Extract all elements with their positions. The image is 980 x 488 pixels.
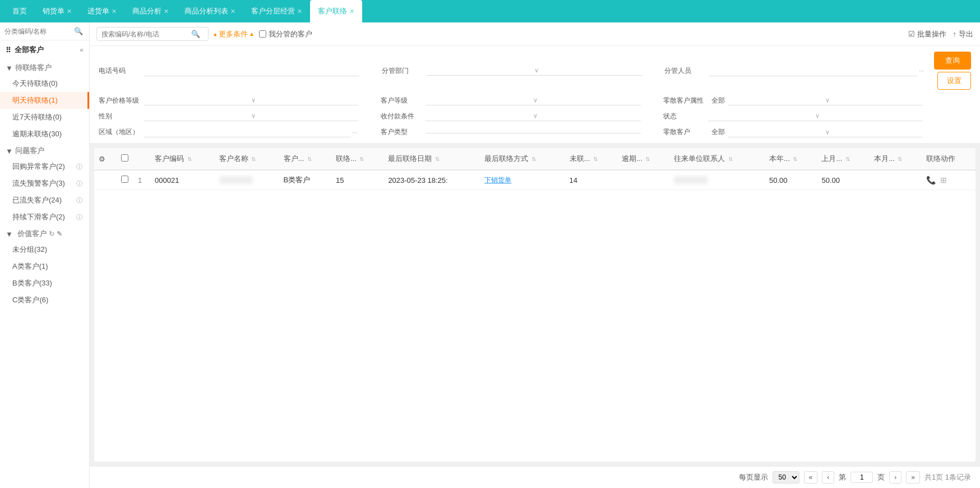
grid-action-icon[interactable]: ⊞	[940, 176, 947, 185]
nav-customer-contact[interactable]: 客户联络 ✕	[310, 0, 362, 22]
this-year-col-header[interactable]: 本年... ⇅	[765, 148, 817, 170]
nav-close-purchase[interactable]: ✕	[112, 8, 117, 15]
retail-customer-select[interactable]: ∨	[728, 127, 923, 137]
sidebar-item-7days[interactable]: 近7天待联络(0)	[0, 109, 89, 126]
export-button[interactable]: ↑ 导出	[953, 29, 974, 39]
dept-select[interactable]: ∨	[427, 66, 642, 76]
phone-action-icon[interactable]: 📞	[926, 176, 936, 185]
last-month-col-header[interactable]: 上月... ⇅	[817, 148, 869, 170]
row-checkbox[interactable]	[117, 170, 133, 190]
more-filter-button[interactable]: ⬥ 更多条件 ▲	[213, 29, 255, 39]
nav-close-contact[interactable]: ✕	[349, 8, 354, 15]
filter-icon: ⬥	[213, 30, 218, 38]
action-col-header: 联络动作	[922, 148, 976, 170]
sidebar-item-overdue[interactable]: 逾期未联络(30)	[0, 126, 89, 142]
my-customer-checkbox[interactable]	[259, 30, 266, 38]
region-more-icon[interactable]: ···	[351, 128, 358, 137]
unit-contact-blurred	[674, 176, 708, 184]
sidebar-item-ungrouped[interactable]: 未分组(32)	[0, 241, 89, 258]
settings-icon[interactable]: ⚙	[99, 155, 105, 163]
nav-close-analysis-list[interactable]: ✕	[230, 8, 235, 15]
person-more-icon[interactable]: ···	[918, 66, 925, 75]
status-select[interactable]: ∨	[708, 111, 923, 121]
lm-sort-icon: ⇅	[845, 156, 850, 162]
row-overdue	[617, 170, 669, 190]
this-month-col-header[interactable]: 本月... ⇅	[870, 148, 922, 170]
customer-type-select[interactable]	[426, 131, 640, 133]
value-customer-group: ▼ 价值客户 ↻ ✎	[0, 225, 89, 241]
code-col-header[interactable]: 客户编码 ⇅	[150, 148, 215, 170]
row-last-contact-method[interactable]: 下销货单	[480, 170, 565, 190]
row-select-checkbox[interactable]	[121, 176, 128, 183]
nav-home[interactable]: 首页	[4, 0, 35, 22]
sidebar-item-a-class[interactable]: A类客户(1)	[0, 258, 89, 275]
customer-grade-chevron-icon: ∨	[533, 96, 639, 104]
gender-select[interactable]: ∨	[144, 111, 358, 121]
nav-product-analysis[interactable]: 商品分析 ✕	[124, 0, 177, 22]
select-all-checkbox[interactable]	[121, 154, 128, 162]
nav-sales-order[interactable]: 销货单 ✕	[35, 0, 80, 22]
per-page-select[interactable]: 50	[773, 471, 799, 484]
value-grade-select[interactable]: ∨	[144, 95, 358, 105]
set-button[interactable]: 设置	[937, 72, 971, 90]
last-contact-method-link[interactable]: 下销货单	[484, 176, 511, 184]
sidebar-search-icon[interactable]: 🔍	[74, 27, 83, 35]
nav-customer-layered[interactable]: 客户分层经营 ✕	[243, 0, 310, 22]
name-col-header[interactable]: 客户名称 ⇅	[215, 148, 279, 170]
pending-contact-group: ▼ 待联络客户	[0, 59, 89, 75]
payment-chevron-icon: ∨	[533, 112, 639, 119]
sidebar-item-churned[interactable]: 已流失客户(24) ⓘ	[0, 192, 89, 209]
type-col-header[interactable]: 客户... ⇅	[279, 148, 331, 170]
sidebar-item-churn-warning[interactable]: 流失预警客户(3) ⓘ	[0, 175, 89, 192]
region-input[interactable]	[144, 127, 351, 137]
page-number-input[interactable]	[850, 472, 873, 483]
query-button[interactable]: 查询	[934, 52, 971, 70]
person-input[interactable]	[709, 66, 918, 76]
nav-close-analysis[interactable]: ✕	[164, 8, 169, 15]
all-customers-header[interactable]: ⠿ 全部客户 «	[0, 40, 89, 59]
info-icon: ⓘ	[76, 163, 82, 171]
phone-input[interactable]	[144, 66, 359, 76]
grid-dots-icon: ⠿	[6, 46, 11, 54]
last-page-button[interactable]: »	[906, 471, 920, 484]
collapse-icon[interactable]: «	[80, 46, 84, 54]
info-icon2: ⓘ	[76, 179, 82, 188]
not-contact-col-header[interactable]: 未联... ⇅	[565, 148, 617, 170]
nav-product-analysis-list[interactable]: 商品分析列表 ✕	[177, 0, 243, 22]
prev-page-button[interactable]: ‹	[822, 471, 834, 484]
edit-icon[interactable]: ✎	[57, 230, 62, 238]
last-contact-date-col-header[interactable]: 最后联络日期 ⇅	[383, 148, 480, 170]
refresh-icon[interactable]: ↻	[49, 230, 54, 238]
sidebar-item-declining[interactable]: 持续下滑客户(2) ⓘ	[0, 209, 89, 225]
contact-col-header[interactable]: 联络... ⇅	[331, 148, 383, 170]
overdue-col-header[interactable]: 逾期... ⇅	[617, 148, 669, 170]
name-sort-icon: ⇅	[251, 156, 256, 162]
total-records: 共1页 1条记录	[924, 472, 971, 482]
next-page-button[interactable]: ›	[889, 471, 902, 484]
sidebar-item-b-class[interactable]: B类客户(33)	[0, 275, 89, 292]
search-submit-icon[interactable]: 🔍	[191, 30, 200, 38]
batch-operation-button[interactable]: ☑ 批量操作	[908, 29, 946, 39]
nav-close-sales[interactable]: ✕	[67, 8, 72, 15]
customer-grade-select[interactable]: ∨	[426, 95, 640, 105]
nav-purchase-order[interactable]: 进货单 ✕	[80, 0, 124, 22]
unit-contact-col-header[interactable]: 往来单位联系人 ⇅	[669, 148, 765, 170]
row-last-month: 50.00	[817, 170, 869, 190]
retail-attr-chevron-icon: ∨	[825, 96, 921, 104]
search-input[interactable]	[101, 30, 191, 38]
sidebar-item-tomorrow[interactable]: 明天待联络(1)	[0, 92, 89, 109]
my-customer-checkbox-label[interactable]: 我分管的客户	[259, 29, 312, 39]
nav-close-layered[interactable]: ✕	[297, 8, 302, 15]
sidebar-item-c-class[interactable]: C类客户(6)	[0, 292, 89, 309]
sidebar-item-today[interactable]: 今天待联络(0)	[0, 75, 89, 92]
checkbox-col-header[interactable]	[117, 148, 133, 170]
status-chevron-icon: ∨	[815, 112, 921, 119]
row-unit-contact	[669, 170, 765, 190]
last-contact-method-col-header[interactable]: 最后联络方式 ⇅	[480, 148, 565, 170]
first-page-button[interactable]: «	[804, 471, 818, 484]
payment-select[interactable]: ∨	[426, 111, 640, 121]
retail-attr-select[interactable]: ∨	[728, 95, 923, 105]
sidebar-item-repurchase-abnormal[interactable]: 回购异常客户(2) ⓘ	[0, 158, 89, 175]
settings-col-header[interactable]: ⚙	[94, 148, 117, 170]
sidebar-search-input[interactable]	[4, 27, 72, 35]
